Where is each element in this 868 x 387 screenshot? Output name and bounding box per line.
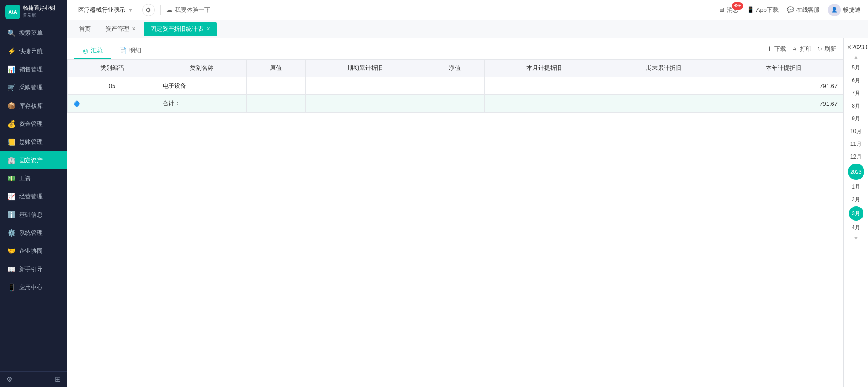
user-btn[interactable]: 👤 畅捷通 <box>828 4 861 16</box>
close-depreciation-tab[interactable]: ✕ <box>206 26 210 32</box>
detail-tab-icon: 📄 <box>119 47 127 54</box>
month-9[interactable]: 9月 <box>847 113 865 124</box>
main-content: 医疗器械行业演示 ▼ ⚙ ☁ 我要体验一下 🖥 消息 99+ 📱 App下载 💬… <box>67 0 868 387</box>
home-tab-label: 首页 <box>79 25 91 33</box>
toolbar: ⬇ 下载 🖨 打印 ↻ 刷新 <box>767 45 836 57</box>
right-panel-year-label: 2023.03 <box>852 44 868 50</box>
tab-fixed-asset-depreciation[interactable]: 固定资产折旧统计表 ✕ <box>144 22 217 36</box>
summary-monthly <box>484 95 604 113</box>
month-6[interactable]: 6月 <box>847 74 865 86</box>
sidebar-item-sales[interactable]: 📊 销售管理 <box>0 60 67 79</box>
table-row: 05 电子设备 791.67 <box>68 77 843 95</box>
prev-arrow[interactable]: ▲ <box>853 53 859 61</box>
logo-text: 畅捷通好业财 普及版 <box>23 5 55 19</box>
company-selector[interactable]: 医疗器械行业演示 ▼ <box>74 4 137 16</box>
summary-expand-icon[interactable]: 🔷 <box>73 100 80 107</box>
month-10[interactable]: 10月 <box>847 125 865 137</box>
tab-asset-mgmt[interactable]: 资产管理 ✕ <box>99 22 142 36</box>
summary-net-value <box>425 95 484 113</box>
cell-ending-accum <box>604 77 724 95</box>
sidebar: AtA 畅捷通好业财 普及版 🔍 搜索菜单 ⚡ 快捷导航 📊 销售管理 🛒 采购… <box>0 0 67 387</box>
print-btn[interactable]: 🖨 打印 <box>792 45 812 53</box>
tab-home[interactable]: 首页 <box>73 22 97 36</box>
sales-icon: 📊 <box>7 65 15 74</box>
sidebar-item-label: 新手引导 <box>19 265 43 273</box>
close-asset-mgmt-tab[interactable]: ✕ <box>132 26 136 32</box>
message-icon: 🖥 <box>719 6 724 13</box>
sidebar-item-label: 工资 <box>19 174 31 183</box>
settings-bottom-icon[interactable]: ⚙ <box>6 375 12 383</box>
sidebar-item-system[interactable]: ⚙️ 系统管理 <box>0 224 67 242</box>
month-2[interactable]: 2月 <box>847 194 865 205</box>
year-2023[interactable]: 2023 <box>848 164 864 180</box>
messages-btn[interactable]: 🖥 消息 99+ <box>719 6 739 14</box>
online-service-btn[interactable]: 💬 在线客服 <box>787 6 820 14</box>
collapse-icon[interactable]: ⊞ <box>55 375 61 383</box>
cell-name: 电子设备 <box>157 77 246 95</box>
refresh-btn[interactable]: ↻ 刷新 <box>817 45 836 53</box>
month-3[interactable]: 3月 <box>849 206 863 221</box>
gear-icon: ⚙ <box>145 6 151 14</box>
sidebar-item-ledger[interactable]: 📒 总账管理 <box>0 133 67 151</box>
app-title: 畅捷通好业财 <box>23 5 55 12</box>
sub-tab-detail[interactable]: 📄 明细 <box>111 43 149 59</box>
nav-arrows-bottom: ▼ <box>853 234 859 242</box>
topbar-settings-btn[interactable]: ⚙ <box>142 4 155 16</box>
month-8[interactable]: 8月 <box>847 100 865 112</box>
col-header-net-value: 净值 <box>425 60 484 77</box>
sidebar-item-label: 搜索菜单 <box>19 29 43 37</box>
sidebar-nav: 🔍 搜索菜单 ⚡ 快捷导航 📊 销售管理 🛒 采购管理 📦 库存核算 💰 资金管… <box>0 24 67 371</box>
download-btn[interactable]: ⬇ 下载 <box>767 45 786 53</box>
cell-yearly: 791.67 <box>724 77 843 95</box>
month-7[interactable]: 7月 <box>847 87 865 99</box>
sidebar-item-basic-info[interactable]: ℹ️ 基础信息 <box>0 206 67 224</box>
cell-original <box>246 77 305 95</box>
download-label: 下载 <box>774 45 786 53</box>
sidebar-item-app-center[interactable]: 📱 应用中心 <box>0 278 67 297</box>
summary-beginning-accum <box>306 95 425 113</box>
content-area: ◎ 汇总 📄 明细 ⬇ 下载 🖨 打印 <box>67 38 843 387</box>
cell-code: 05 <box>68 77 157 95</box>
sidebar-item-finance[interactable]: 💰 资金管理 <box>0 115 67 133</box>
app-download-btn[interactable]: 📱 App下载 <box>747 6 779 14</box>
cloud-icon: ☁ <box>166 6 172 13</box>
experience-text: 我要体验一下 <box>175 6 210 14</box>
sub-tab-summary[interactable]: ◎ 汇总 <box>74 43 111 59</box>
right-panel-close-icon[interactable]: ✕ <box>847 44 852 51</box>
experience-btn[interactable]: ☁ 我要体验一下 <box>166 6 210 14</box>
sidebar-item-label: 企业协同 <box>19 247 43 255</box>
right-panel: ✕ 2023.03 ⛶ ▲ 5月 6月 7月 8月 9月 10月 11月 12月… <box>843 38 868 387</box>
operations-icon: 📈 <box>7 193 15 201</box>
col-header-name: 类别名称 <box>157 60 246 77</box>
sidebar-item-purchase[interactable]: 🛒 采购管理 <box>0 79 67 97</box>
col-header-ending-accum: 期末累计折旧 <box>604 60 724 77</box>
print-icon: 🖨 <box>792 45 798 52</box>
detail-tab-label: 明细 <box>129 46 141 55</box>
sidebar-item-search[interactable]: 🔍 搜索菜单 <box>0 24 67 42</box>
cell-monthly <box>484 77 604 95</box>
next-arrow[interactable]: ▼ <box>853 234 859 242</box>
summary-tab-label: 汇总 <box>91 46 103 55</box>
logo-icon: AtA <box>5 5 20 19</box>
summary-label-cell: 合计： <box>157 95 246 113</box>
sidebar-item-operations[interactable]: 📈 经营管理 <box>0 188 67 206</box>
month-5[interactable]: 5月 <box>847 62 865 74</box>
cell-beginning-accum <box>306 77 425 95</box>
month-4[interactable]: 4月 <box>847 222 865 233</box>
download-icon: 📱 <box>747 6 754 13</box>
asset-mgmt-tab-label: 资产管理 <box>105 25 129 33</box>
sidebar-bottom: ⚙ ⊞ <box>0 371 67 387</box>
month-12[interactable]: 12月 <box>847 151 865 163</box>
month-1[interactable]: 1月 <box>847 181 865 193</box>
user-label: 畅捷通 <box>843 6 861 14</box>
tabs-bar: 首页 资产管理 ✕ 固定资产折旧统计表 ✕ <box>67 20 868 38</box>
sidebar-item-fixed-assets[interactable]: 🏢 固定资产 <box>0 151 67 169</box>
sidebar-item-quick-nav[interactable]: ⚡ 快捷导航 <box>0 42 67 60</box>
sidebar-item-inventory[interactable]: 📦 库存核算 <box>0 97 67 115</box>
col-header-original: 原值 <box>246 60 305 77</box>
sidebar-item-guide[interactable]: 📖 新手引导 <box>0 260 67 278</box>
month-11[interactable]: 11月 <box>847 138 865 150</box>
sidebar-item-salary[interactable]: 💵 工资 <box>0 169 67 188</box>
enterprise-icon: 🤝 <box>7 247 15 255</box>
sidebar-item-enterprise[interactable]: 🤝 企业协同 <box>0 242 67 260</box>
